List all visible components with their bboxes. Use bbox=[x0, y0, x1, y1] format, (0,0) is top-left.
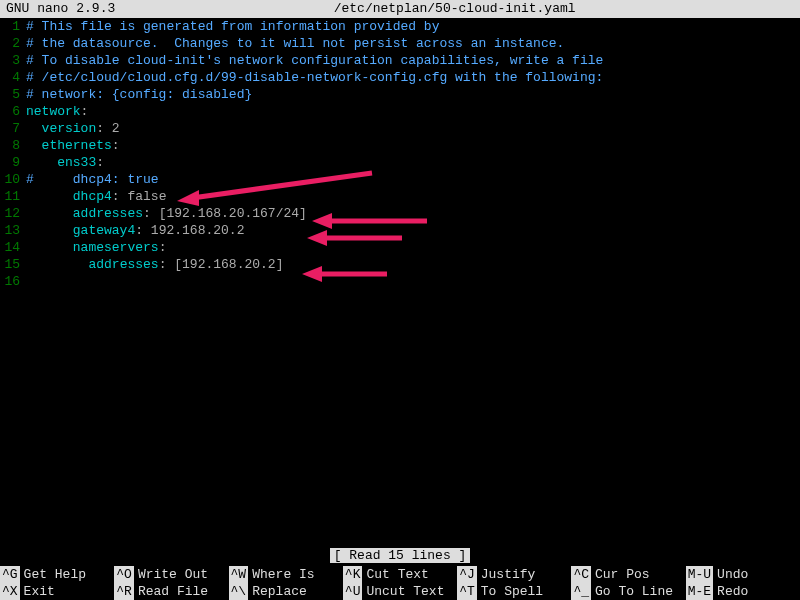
shortcut-label: Cur Pos bbox=[595, 566, 650, 583]
shortcut-item[interactable]: ^TTo Spell bbox=[457, 583, 571, 600]
shortcut-key: ^C bbox=[571, 566, 591, 583]
code-line[interactable]: ens33: bbox=[26, 154, 800, 171]
line-number: 13 bbox=[0, 222, 20, 239]
line-number: 5 bbox=[0, 86, 20, 103]
app-name: GNU nano bbox=[6, 1, 68, 16]
shortcut-key: ^W bbox=[229, 566, 249, 583]
shortcut-item[interactable]: ^CCur Pos bbox=[571, 566, 685, 583]
code-line[interactable]: # /etc/cloud/cloud.cfg.d/99-disable-netw… bbox=[26, 69, 800, 86]
file-path: /etc/netplan/50-cloud-init.yaml bbox=[115, 0, 794, 18]
editor-content[interactable]: # This file is generated from informatio… bbox=[22, 18, 800, 548]
editor-area[interactable]: 12345678910111213141516 # This file is g… bbox=[0, 18, 800, 548]
code-line[interactable]: # To disable cloud-init's network config… bbox=[26, 52, 800, 69]
code-line[interactable]: addresses: [192.168.20.167/24] bbox=[26, 205, 800, 222]
line-number: 6 bbox=[0, 103, 20, 120]
shortcut-item[interactable]: ^GGet Help bbox=[0, 566, 114, 583]
status-message: [ Read 15 lines ] bbox=[330, 548, 471, 563]
shortcut-key: ^\ bbox=[229, 583, 249, 600]
code-line[interactable]: network: bbox=[26, 103, 800, 120]
line-number: 11 bbox=[0, 188, 20, 205]
shortcut-label: To Spell bbox=[481, 583, 543, 600]
shortcut-key: ^U bbox=[343, 583, 363, 600]
shortcut-item[interactable]: ^OWrite Out bbox=[114, 566, 228, 583]
shortcut-key: ^_ bbox=[571, 583, 591, 600]
code-line[interactable]: dhcp4: false bbox=[26, 188, 800, 205]
shortcut-item[interactable]: ^RRead File bbox=[114, 583, 228, 600]
shortcut-item[interactable]: ^\Replace bbox=[229, 583, 343, 600]
shortcut-key: ^X bbox=[0, 583, 20, 600]
code-line[interactable]: gateway4: 192.168.20.2 bbox=[26, 222, 800, 239]
shortcut-label: Get Help bbox=[24, 566, 86, 583]
code-line[interactable]: # the datasource. Changes to it will not… bbox=[26, 35, 800, 52]
code-line[interactable] bbox=[26, 273, 800, 290]
code-line[interactable]: # dhcp4: true bbox=[26, 171, 800, 188]
shortcut-bar: ^GGet Help^OWrite Out^WWhere Is^KCut Tex… bbox=[0, 566, 800, 600]
shortcut-label: Justify bbox=[481, 566, 536, 583]
shortcut-item[interactable]: ^XExit bbox=[0, 583, 114, 600]
status-bar: [ Read 15 lines ] bbox=[0, 548, 800, 563]
shortcut-item[interactable]: ^JJustify bbox=[457, 566, 571, 583]
shortcut-key: M-U bbox=[686, 566, 713, 583]
shortcut-key: ^T bbox=[457, 583, 477, 600]
shortcut-key: ^J bbox=[457, 566, 477, 583]
line-number: 2 bbox=[0, 35, 20, 52]
shortcut-item[interactable]: ^WWhere Is bbox=[229, 566, 343, 583]
line-number: 3 bbox=[0, 52, 20, 69]
shortcut-label: Uncut Text bbox=[366, 583, 444, 600]
shortcut-label: Read File bbox=[138, 583, 208, 600]
line-number: 7 bbox=[0, 120, 20, 137]
line-number: 10 bbox=[0, 171, 20, 188]
line-number: 1 bbox=[0, 18, 20, 35]
app-version: 2.9.3 bbox=[76, 1, 115, 16]
code-line[interactable]: # This file is generated from informatio… bbox=[26, 18, 800, 35]
line-number: 12 bbox=[0, 205, 20, 222]
shortcut-item[interactable]: ^KCut Text bbox=[343, 566, 457, 583]
code-line[interactable]: version: 2 bbox=[26, 120, 800, 137]
shortcut-label: Exit bbox=[24, 583, 55, 600]
shortcut-label: Cut Text bbox=[366, 566, 428, 583]
line-number: 16 bbox=[0, 273, 20, 290]
code-line[interactable]: addresses: [192.168.20.2] bbox=[26, 256, 800, 273]
shortcut-label: Redo bbox=[717, 583, 748, 600]
line-gutter: 12345678910111213141516 bbox=[0, 18, 22, 548]
shortcut-key: ^R bbox=[114, 583, 134, 600]
titlebar: GNU nano 2.9.3 /etc/netplan/50-cloud-ini… bbox=[0, 0, 800, 18]
shortcut-key: ^O bbox=[114, 566, 134, 583]
code-line[interactable]: # network: {config: disabled} bbox=[26, 86, 800, 103]
shortcut-key: M-E bbox=[686, 583, 713, 600]
shortcut-item[interactable]: M-ERedo bbox=[686, 583, 800, 600]
shortcut-key: ^K bbox=[343, 566, 363, 583]
code-line[interactable]: nameservers: bbox=[26, 239, 800, 256]
shortcut-key: ^G bbox=[0, 566, 20, 583]
shortcut-item[interactable]: ^UUncut Text bbox=[343, 583, 457, 600]
shortcut-label: Write Out bbox=[138, 566, 208, 583]
line-number: 14 bbox=[0, 239, 20, 256]
shortcut-label: Where Is bbox=[252, 566, 314, 583]
shortcut-item[interactable]: M-UUndo bbox=[686, 566, 800, 583]
line-number: 4 bbox=[0, 69, 20, 86]
shortcut-row-1: ^GGet Help^OWrite Out^WWhere Is^KCut Tex… bbox=[0, 566, 800, 583]
shortcut-item[interactable]: ^_Go To Line bbox=[571, 583, 685, 600]
line-number: 9 bbox=[0, 154, 20, 171]
shortcut-label: Replace bbox=[252, 583, 307, 600]
shortcut-row-2: ^XExit^RRead File^\Replace^UUncut Text^T… bbox=[0, 583, 800, 600]
shortcut-label: Go To Line bbox=[595, 583, 673, 600]
line-number: 8 bbox=[0, 137, 20, 154]
code-line[interactable]: ethernets: bbox=[26, 137, 800, 154]
shortcut-label: Undo bbox=[717, 566, 748, 583]
line-number: 15 bbox=[0, 256, 20, 273]
